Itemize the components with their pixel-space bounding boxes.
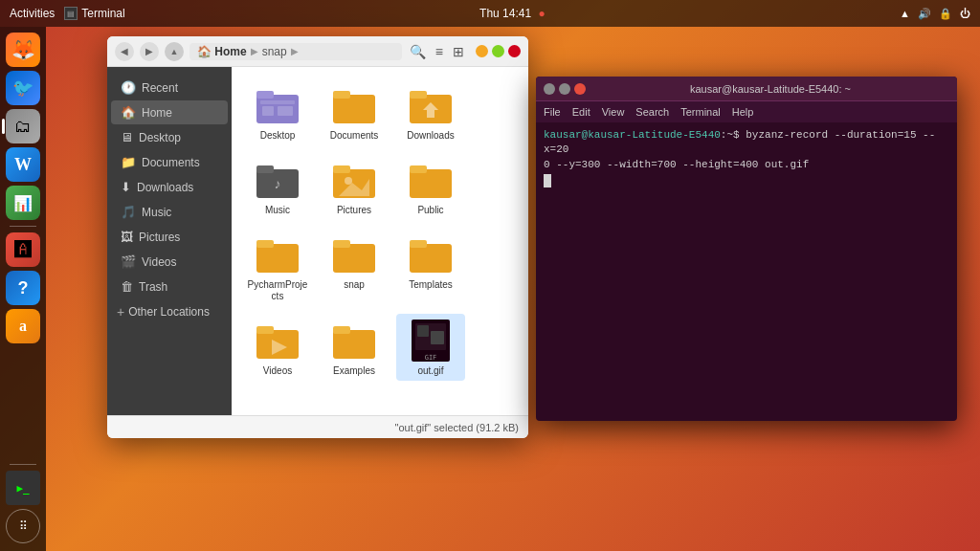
sidebar-item-music[interactable]: 🎵 Music <box>111 200 228 224</box>
terminal-minimize-button[interactable] <box>544 83 555 95</box>
svg-rect-29 <box>333 326 350 334</box>
folder-icon-documents <box>331 82 377 128</box>
svg-rect-4 <box>278 106 293 116</box>
terminal-taskbar-label: Terminal <box>81 7 124 20</box>
file-item-out-gif[interactable]: GIF out.gif <box>396 314 465 381</box>
file-item-templates[interactable]: Templates <box>396 228 465 306</box>
dock-icon-calc[interactable]: 📊 <box>6 186 40 220</box>
view-options-button[interactable]: ≡ <box>434 42 445 61</box>
file-item-downloads[interactable]: Downloads <box>396 78 465 145</box>
fm-toolbar-right: 🔍 ≡ ⊞ <box>408 42 466 61</box>
sidebar-item-trash[interactable]: 🗑 Trash <box>111 275 228 298</box>
file-manager-body: 🕐 Recent 🏠 Home 🖥 Desktop 📁 Documents ⬇ … <box>107 67 528 415</box>
dock-icon-apps[interactable]: ⠿ <box>6 509 40 543</box>
system-tray: ▲ 🔊 🔒 ⏻ <box>900 8 970 20</box>
path-bar[interactable]: 🏠 Home ▶ snap ▶ <box>189 43 402 60</box>
svg-rect-11 <box>256 165 274 173</box>
dock-icon-software[interactable]: 🅰 <box>6 232 40 267</box>
dock-icon-thunderbird[interactable]: 🐦 <box>6 71 40 105</box>
file-item-desktop[interactable]: Desktop <box>243 78 312 145</box>
file-item-examples[interactable]: Examples <box>320 314 389 381</box>
dock-icon-files[interactable]: 🗂 <box>6 109 40 143</box>
sidebar-item-videos[interactable]: 🎬 Videos <box>111 250 228 274</box>
svg-rect-18 <box>410 165 427 173</box>
svg-rect-21 <box>333 244 375 273</box>
back-button[interactable]: ◀ <box>115 42 134 61</box>
terminal-line-2: 0 --y=300 --width=700 --height=400 out.g… <box>544 158 949 172</box>
sidebar-item-downloads[interactable]: ⬇ Downloads <box>111 175 228 199</box>
dock-icon-amazon[interactable]: a <box>6 309 40 343</box>
file-item-music[interactable]: ♪ Music <box>243 153 312 220</box>
minimize-button[interactable] <box>476 45 488 57</box>
terminal-menu-search[interactable]: Search <box>635 106 669 118</box>
add-icon: + <box>117 304 124 320</box>
folder-icon-examples <box>331 318 377 364</box>
svg-rect-8 <box>410 91 427 99</box>
path-arrow: ▶ <box>251 46 258 56</box>
folder-icon-pycharm <box>255 231 301 277</box>
dock-icon-firefox[interactable]: 🦊 <box>6 33 40 67</box>
recording-dot: ● <box>538 7 545 20</box>
svg-rect-26 <box>256 326 274 334</box>
file-manager-statusbar: "out.gif" selected (91.2 kB) <box>107 415 528 438</box>
trash-icon: 🗑 <box>121 279 133 294</box>
dock-icon-help[interactable]: ? <box>6 271 40 305</box>
file-name-snap: snap <box>344 279 365 291</box>
file-item-pycharmprojects[interactable]: PycharmProjects <box>243 228 312 306</box>
sidebar-label-recent: Recent <box>142 81 178 95</box>
gif-file-icon: GIF <box>408 318 454 364</box>
terminal-close-button[interactable] <box>574 83 586 95</box>
terminal-menu-help[interactable]: Help <box>732 106 754 118</box>
up-button[interactable]: ▲ <box>165 42 184 61</box>
file-item-documents[interactable]: Documents <box>320 78 389 145</box>
terminal-taskbar-item[interactable]: ▤ Terminal <box>64 7 124 20</box>
dock-icon-terminal[interactable]: ▶_ <box>6 471 40 505</box>
terminal-menu-file[interactable]: File <box>544 106 561 118</box>
file-item-public[interactable]: Public <box>396 153 465 220</box>
terminal-menu-terminal[interactable]: Terminal <box>680 106 721 118</box>
application-dock: 🦊 🐦 🗂 W 📊 🅰 ? a ▶_ ⠿ <box>0 27 46 551</box>
maximize-button[interactable] <box>492 45 504 57</box>
folder-icon-videos <box>255 318 301 364</box>
sidebar-item-other-locations[interactable]: + Other Locations <box>107 299 232 324</box>
terminal-menu-view[interactable]: View <box>602 106 625 118</box>
grid-view-button[interactable]: ⊞ <box>451 42 466 61</box>
dock-icon-writer[interactable]: W <box>6 147 40 182</box>
topbar: Activities ▤ Terminal Thu 14:41 ● ▲ 🔊 🔒 … <box>0 0 980 27</box>
terminal-body[interactable]: kausar@kausar-Latitude-E5440:~$ byzanz-r… <box>536 122 957 421</box>
activities-button[interactable]: Activities <box>10 7 55 20</box>
file-content-area[interactable]: Desktop Documents <box>232 67 528 415</box>
terminal-titlebar: kausar@kausar-Latitude-E5440: ~ <box>536 77 957 101</box>
sidebar-item-home[interactable]: 🏠 Home <box>111 100 228 124</box>
dock-separator <box>10 226 36 227</box>
svg-rect-14 <box>333 165 350 173</box>
file-name-documents: Documents <box>330 130 379 142</box>
sidebar-label-home: Home <box>142 106 172 120</box>
terminal-menu-edit[interactable]: Edit <box>572 106 590 118</box>
folder-icon-templates <box>408 231 454 277</box>
file-item-snap[interactable]: snap <box>320 228 389 306</box>
sidebar-item-desktop[interactable]: 🖥 Desktop <box>111 125 228 149</box>
folder-icon-snap <box>331 231 377 277</box>
folder-icon-public <box>408 157 454 203</box>
terminal-line-1: kausar@kausar-Latitude-E5440:~$ byzanz-r… <box>544 128 949 158</box>
file-item-pictures[interactable]: Pictures <box>320 153 389 220</box>
sidebar-item-recent[interactable]: 🕐 Recent <box>111 76 228 99</box>
svg-text:GIF: GIF <box>425 354 437 362</box>
svg-rect-3 <box>262 106 274 116</box>
dock-bottom: ▶_ ⠿ <box>6 462 40 551</box>
file-name-public: Public <box>417 205 443 216</box>
terminal-prompt: kausar@kausar-Latitude-E5440 <box>544 129 721 141</box>
forward-button[interactable]: ▶ <box>140 42 159 61</box>
svg-rect-1 <box>256 91 274 99</box>
terminal-cursor <box>544 174 551 187</box>
search-button[interactable]: 🔍 <box>408 42 428 61</box>
file-item-videos[interactable]: Videos <box>243 314 312 381</box>
file-name-pictures: Pictures <box>337 205 371 216</box>
file-name-templates: Templates <box>409 279 453 291</box>
sidebar-item-documents[interactable]: 📁 Documents <box>111 150 228 174</box>
close-button[interactable] <box>508 45 521 57</box>
window-controls <box>476 45 521 57</box>
terminal-maximize-button[interactable] <box>559 83 570 95</box>
sidebar-item-pictures[interactable]: 🖼 Pictures <box>111 225 228 249</box>
